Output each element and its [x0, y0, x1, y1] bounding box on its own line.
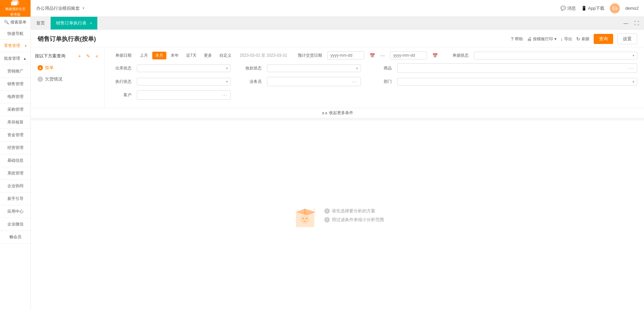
scheme-item-backorder[interactable]: ○ 欠货情况 [31, 73, 104, 85]
status-dropdown-icon: ▾ [633, 54, 634, 57]
sidebar-item-wechat[interactable]: 企业微信 [0, 218, 31, 231]
dept-label: 部门 [372, 79, 392, 85]
edit-scheme-button[interactable]: ✎ [85, 53, 92, 59]
app-download-button[interactable]: 📱 App下载 [581, 5, 604, 11]
sidebar-item-newcomer[interactable]: 新手引导 [0, 193, 31, 205]
help-button[interactable]: ? 帮助 [511, 36, 523, 42]
print-button[interactable]: 🖨 按模板打印 ▾ [527, 36, 556, 42]
filter-row-1: 单据日期 上月 本月 本年 近7天 更多 自定义 2023-03-01 至 20… [111, 51, 637, 59]
refresh-icon: ↻ [576, 36, 580, 42]
dept-select[interactable]: ▾ [397, 78, 637, 86]
sidebar-item-search[interactable]: 🔍 搜索菜单 [0, 17, 31, 28]
sidebar-item-retail[interactable]: 零售管理 ▾ [0, 40, 31, 52]
svg-point-8 [306, 218, 307, 219]
salesperson-more-icon[interactable]: ··· [352, 79, 358, 84]
filter-row-3: 执行状态 ▾ 业务员 ··· 部门 ▾ [111, 77, 637, 86]
expected-date-end-input[interactable] [390, 51, 427, 59]
sidebar-item-system[interactable]: 系统管理 [0, 167, 31, 180]
svg-point-7 [303, 218, 304, 219]
scheme-item-order[interactable]: ● 按单 [31, 62, 104, 73]
status-select[interactable]: ▾ [474, 52, 637, 59]
date-tab-last-7-days[interactable]: 近7天 [183, 52, 200, 59]
customer-more-icon[interactable]: ··· [222, 92, 228, 98]
product-label: 商品 [372, 65, 392, 71]
tab-sales-order[interactable]: 销售订单执行表 × [51, 17, 98, 30]
empty-illustration [291, 202, 318, 229]
add-scheme-button[interactable]: + [76, 53, 83, 59]
left-panel-title: 按以下方案查询 [35, 53, 65, 59]
salesperson-select[interactable]: ··· [267, 77, 361, 86]
scheme-backorder-label: 欠货情况 [45, 76, 62, 82]
svg-rect-2 [13, 1, 19, 5]
sidebar-item-operations[interactable]: 经营管理 [0, 142, 31, 154]
empty-hint-2: 2 用过滤条件来缩小分析范围 [324, 217, 384, 223]
date-tab-custom[interactable]: 自定义 [216, 52, 234, 59]
product-select[interactable]: ··· [397, 63, 637, 73]
sidebar-item-enterprise[interactable]: 企业协同 [0, 180, 31, 193]
sidebar-item-inventory[interactable]: 库存核算 [0, 116, 31, 129]
page-title: 销售订单执行表(按单) [38, 35, 96, 43]
sidebar-item-appstore[interactable]: 应用中心 [0, 205, 31, 218]
minimize-icon: — [624, 20, 628, 26]
tab-home[interactable]: 首页 [31, 17, 51, 30]
date-label: 单据日期 [111, 53, 131, 58]
message-button[interactable]: 💬 消息 [560, 5, 576, 11]
query-button[interactable]: 查询 [594, 34, 613, 44]
collapse-panel-button[interactable]: « [94, 53, 100, 59]
export-button[interactable]: ↓ 导出 [560, 36, 572, 42]
hint-number-2: 2 [324, 217, 330, 222]
dept-dropdown-icon: ▾ [633, 80, 634, 84]
svg-point-10 [314, 208, 315, 210]
sidebar: 畅捷通好生意 标准版 🔍 搜索菜单 快捷导航 零售管理 ▾ 批发管理 ▲ 营销推… [0, 0, 31, 310]
sidebar-item-marketing[interactable]: 营销推广 [0, 65, 31, 78]
sidebar-item-finance[interactable]: 资金管理 [0, 129, 31, 142]
refresh-button[interactable]: ↻ 刷新 [576, 36, 590, 42]
sidebar-logo[interactable]: 畅捷通好生意 标准版 [0, 0, 31, 17]
calendar-start-icon[interactable]: 📅 [370, 53, 375, 58]
left-panel-header: 按以下方案查询 + ✎ « [31, 51, 104, 62]
calendar-end-icon[interactable]: 📅 [432, 53, 438, 58]
logo-subtitle: 标准版 [10, 12, 20, 17]
date-tab-this-month[interactable]: 本月 [152, 52, 166, 59]
sidebar-item-quick-nav[interactable]: 快捷导航 [0, 28, 31, 40]
sidebar-item-member[interactable]: 畅会员 [0, 231, 31, 244]
scheme-active-icon: ● [38, 65, 43, 70]
sidebar-item-wholesale[interactable]: 批发管理 ▲ [0, 52, 31, 65]
collect-status-label: 收款状态 [241, 65, 262, 71]
collapse-label: 收起更多条件 [329, 110, 353, 116]
tab-minimize-button[interactable]: — [621, 18, 631, 28]
collect-status-select[interactable]: ▾ [267, 64, 361, 72]
tab-maximize-button[interactable]: ⛶ [632, 18, 641, 28]
tab-close-icon[interactable]: × [90, 21, 92, 25]
user-name: demo2 [625, 6, 639, 11]
status-label: 单据状态 [448, 53, 469, 58]
date-tab-this-year[interactable]: 本年 [168, 52, 182, 59]
exec-dropdown-icon: ▾ [226, 80, 228, 84]
expected-date-label: 预计交货日期 [298, 53, 322, 58]
date-tab-last-month[interactable]: 上月 [137, 52, 151, 59]
expected-date-start-input[interactable] [327, 51, 364, 59]
header-right: 💬 消息 📱 App下载 Ea demo2 [560, 3, 639, 13]
customer-select[interactable]: ··· [137, 90, 231, 100]
breadcrumb-dropdown-icon[interactable]: ▾ [83, 6, 85, 10]
sidebar-item-purchase[interactable]: 采购管理 [0, 103, 31, 116]
collapse-bar[interactable]: ∧∧ 收起更多条件 [31, 108, 644, 118]
date-tab-more[interactable]: 更多 [201, 52, 215, 59]
right-filter: 单据日期 上月 本月 本年 近7天 更多 自定义 2023-03-01 至 20… [105, 47, 644, 108]
exec-status-select[interactable]: ▾ [137, 78, 231, 86]
ship-status-select[interactable]: ▾ [137, 64, 231, 72]
breadcrumb: 办公用品行业模拟账套 [36, 5, 80, 11]
sidebar-item-basic[interactable]: 基础信息 [0, 154, 31, 167]
sidebar-item-ecommerce[interactable]: 电商管理 [0, 91, 31, 103]
tab-bar: 首页 销售订单执行表 × — ⛶ [31, 17, 644, 30]
hint-number-1: 1 [324, 208, 330, 214]
user-avatar[interactable]: Ea [610, 3, 620, 13]
settings-button[interactable]: 设置 [617, 34, 637, 44]
sidebar-item-sales[interactable]: 销售管理 [0, 78, 31, 91]
product-more-icon[interactable]: ··· [628, 65, 634, 71]
print-icon: 🖨 [527, 36, 532, 42]
maximize-icon: ⛶ [634, 20, 639, 26]
empty-hint-1: 1 请先选择要分析的方案 [324, 208, 384, 214]
search-icon: 🔍 [4, 20, 9, 24]
header-left: 办公用品行业模拟账套 ▾ [36, 5, 85, 11]
